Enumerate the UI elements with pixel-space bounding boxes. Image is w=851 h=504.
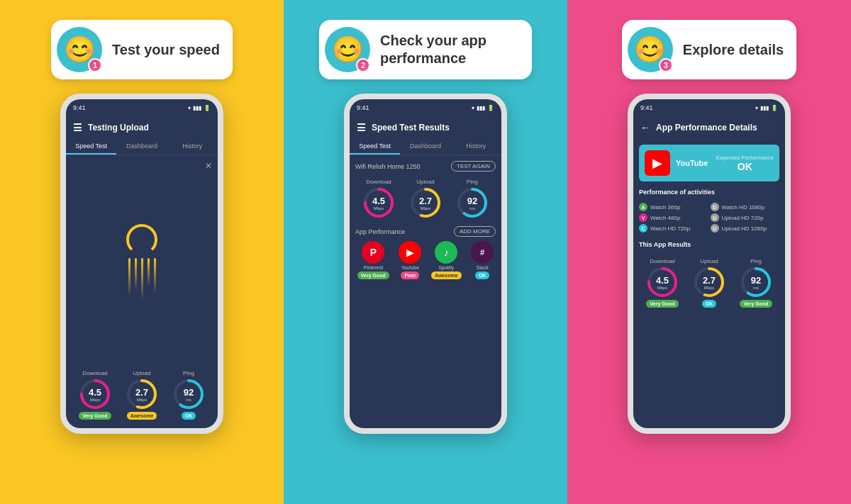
chip-ul-1: Awesome xyxy=(127,412,157,420)
app-header-2: ☰ Speed Test Results xyxy=(350,116,501,139)
app-header-3: ← App Performance Details xyxy=(633,116,785,139)
gauge-ul-3: 2.7 Mbps xyxy=(693,266,725,298)
pinterest-icon: P xyxy=(370,247,377,258)
activity-1: A Watch 360p xyxy=(639,203,708,211)
callout-text-3: Explore details xyxy=(683,41,784,59)
battery-icon-1: 🔋 xyxy=(204,105,211,111)
callout-2: 😊 2 Check your app performance xyxy=(319,20,532,79)
step-badge-3: 3 xyxy=(659,58,673,72)
tab-speed-test-2[interactable]: Speed Test xyxy=(350,139,400,155)
youtube-logo: ▶ xyxy=(645,150,670,176)
app-item-slack: # Slack OK xyxy=(471,241,494,279)
back-icon-3[interactable]: ← xyxy=(640,122,650,133)
panel-explore-details: 😊 3 Explore details 9:41 ▾ ▮▮▮ 🔋 ← App P… xyxy=(567,0,851,504)
status-icons-2: ▾ ▮▮▮ 🔋 xyxy=(472,105,494,111)
act-label-6: Upload HD 1080p xyxy=(722,225,767,232)
tab-history-1[interactable]: History xyxy=(167,139,218,155)
app-item-spotify: ♪ Spotify Awesome xyxy=(431,241,462,279)
callout-text-1: Test your speed xyxy=(112,41,220,59)
hamburger-icon-1[interactable]: ☰ xyxy=(73,122,82,133)
ring-animation xyxy=(126,224,157,301)
app-chip-spotify: Awesome xyxy=(431,271,462,279)
signal-icon-3: ▮▮▮ xyxy=(760,105,769,111)
activity-6: U Upload HD 1080p xyxy=(711,224,780,233)
gauge-ping-3: 92 ms xyxy=(740,266,772,298)
gauge-val-dl-3: 4.5 xyxy=(656,275,669,286)
wifi-icon-2: ▾ xyxy=(472,105,474,111)
results-section-title: This App Results xyxy=(639,241,779,248)
gauge-val-dl-2: 4.5 xyxy=(372,196,385,206)
gauge-unit-ping-2: ms xyxy=(469,206,475,211)
app-circle-youtube: ▶ xyxy=(399,241,421,264)
step-badge-1: 1 xyxy=(88,58,102,72)
phone-2: 9:41 ▾ ▮▮▮ 🔋 ☰ Speed Test Results Speed … xyxy=(344,94,507,434)
perf-section-title: Performance of activities xyxy=(639,189,779,196)
panel-test-speed: 😊 1 Test your speed 9:41 ▾ ▮▮▮ 🔋 ☰ Testi… xyxy=(0,0,284,504)
upload-animation: ✕ xyxy=(72,161,212,363)
gauge-val-ping-2: 92 xyxy=(467,196,477,206)
gauge-val-ping-3: 92 xyxy=(751,275,761,286)
metric-download-3: Download 4.5 Mbps Very Good xyxy=(646,258,679,308)
metric-label-ping-1: Ping xyxy=(183,370,194,376)
metric-label-dl-3: Download xyxy=(650,258,675,264)
test-again-button[interactable]: TEST AGAIN xyxy=(451,161,496,172)
act-label-4: Upload HD 720p xyxy=(722,215,764,221)
string-2 xyxy=(135,258,137,290)
ring-strings xyxy=(128,258,156,301)
gauge-inner-ping-3: 92 ms xyxy=(751,275,761,290)
gauge-inner-ul-3: 2.7 Mbps xyxy=(703,275,716,290)
app-circle-slack: # xyxy=(471,241,494,264)
activity-2: D Watch HD 1080p xyxy=(711,203,780,211)
act-dot-2: D xyxy=(711,203,719,211)
metric-upload-3: Upload 2.7 Mbps OK xyxy=(693,258,725,308)
gauge-val-ul-1: 2.7 xyxy=(135,387,148,398)
chip-dl-3: Very Good xyxy=(646,300,678,308)
activity-4: U Upload HD 720p xyxy=(711,213,780,222)
app-chip-youtube: Poor xyxy=(401,271,419,279)
close-icon-1[interactable]: ✕ xyxy=(205,161,212,171)
app-header-1: ☰ Testing Upload xyxy=(66,116,218,139)
app-perf-header: App Performance ADD MORE xyxy=(355,226,496,237)
metrics-row-3: Download 4.5 Mbps Very Good Upload xyxy=(639,255,779,310)
gauge-unit-ping-1: ms xyxy=(186,398,191,402)
app-item-youtube: ▶ Youtube Poor xyxy=(399,241,421,279)
metric-label-dl-1: Download xyxy=(82,370,108,376)
status-icons-1: ▾ ▮▮▮ 🔋 xyxy=(188,105,211,111)
gauge-val-ul-2: 2.7 xyxy=(419,196,432,206)
activity-3: V Watch 480p xyxy=(639,213,708,222)
tab-speed-test-1[interactable]: Speed Test xyxy=(66,139,116,155)
hamburger-icon-2[interactable]: ☰ xyxy=(357,122,366,133)
gauge-unit-dl-3: Mbps xyxy=(657,286,668,290)
tab-history-2[interactable]: History xyxy=(451,139,501,155)
gauge-dl-3: 4.5 Mbps xyxy=(646,266,679,298)
string-3 xyxy=(141,258,143,301)
metric-ping-1: Ping 92 ms OK xyxy=(172,370,205,420)
add-more-button[interactable]: ADD MORE xyxy=(454,226,496,237)
chip-ping-3: Very Good xyxy=(740,300,772,308)
gauge-inner-dl-2: 4.5 Mbps xyxy=(372,196,385,211)
phone-3: 9:41 ▾ ▮▮▮ 🔋 ← App Performance Details ▶… xyxy=(628,94,791,434)
app-header-title-3: App Performance Details xyxy=(656,123,757,133)
tab-dashboard-1[interactable]: Dashboard xyxy=(116,139,167,155)
gauge-ping-1: 92 ms xyxy=(172,378,205,410)
gauge-ul-2: 2.7 Mbps xyxy=(409,186,442,219)
metric-upload-1: Upload 2.7 Mbps Awesome xyxy=(126,370,158,420)
signal-icon-2: ▮▮▮ xyxy=(477,105,485,111)
gauge-unit-dl-1: Mbps xyxy=(90,398,101,402)
gauge-unit-ul-2: Mbps xyxy=(421,206,431,211)
yt-play-icon: ▶ xyxy=(652,155,662,171)
gauge-dl-2: 4.5 Mbps xyxy=(362,186,395,219)
status-bar-1: 9:41 ▾ ▮▮▮ 🔋 xyxy=(66,99,218,116)
youtube-info: YouTube xyxy=(676,159,711,167)
app-name-pinterest: Pinterest xyxy=(363,265,383,270)
app-icons-row: P Pinterest Very Good ▶ Youtube Poor ♪ S… xyxy=(355,241,496,279)
tab-dashboard-2[interactable]: Dashboard xyxy=(400,139,450,155)
act-dot-5: C xyxy=(639,224,647,233)
status-time-3: 9:41 xyxy=(640,104,653,111)
app-circle-pinterest: P xyxy=(362,241,384,264)
app-name-spotify: Spotify xyxy=(439,265,454,270)
youtube-name: YouTube xyxy=(676,159,711,167)
act-dot-6: U xyxy=(711,224,719,233)
battery-icon-3: 🔋 xyxy=(771,105,778,111)
act-label-2: Watch HD 1080p xyxy=(722,204,765,211)
